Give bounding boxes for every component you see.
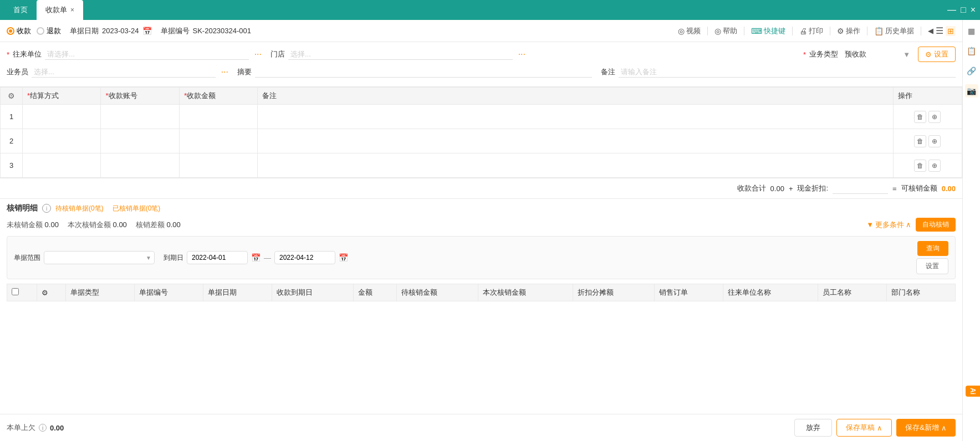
row-copy-btn-2[interactable]: ⊕ bbox=[928, 135, 941, 147]
pending-tab[interactable]: 待核销单据(0笔) bbox=[55, 204, 104, 213]
date-field: 单据日期 2023-03-24 📅 bbox=[70, 26, 152, 36]
main-table-container: ⚙ *结算方式 *收款账号 *收款金额 备注 操作 1 bbox=[0, 87, 962, 178]
discount-input[interactable] bbox=[833, 183, 888, 194]
done-tab[interactable]: 已核销单据(0笔) bbox=[113, 204, 161, 213]
info-icon[interactable]: i bbox=[42, 204, 51, 213]
bottom-header-row: ⚙ 单据类型 单据编号 单据日期 收款到期日 金额 待核销金额 本次核销金额 折… bbox=[7, 284, 956, 301]
arrow-left-icon[interactable]: ◀ bbox=[928, 27, 933, 35]
calendar-icon[interactable]: 📅 bbox=[142, 27, 152, 35]
stats-row: 未核销金额 0.00 本次核销金额 0.00 核销差额 0.00 ▼ 更多条件 … bbox=[7, 218, 956, 232]
operation-btn[interactable]: ⚙ 操作 bbox=[837, 26, 860, 36]
form-area: * 往来单位 ··· 门店 ··· * 业务类型 预收款 ▼ ⚙ bbox=[0, 42, 962, 87]
partner-input[interactable] bbox=[45, 49, 249, 60]
auto-reconcile-btn[interactable]: 自动核销 bbox=[916, 218, 956, 232]
sidebar-table-icon[interactable]: ▦ bbox=[965, 24, 978, 38]
balance-info-icon[interactable]: i bbox=[39, 424, 47, 432]
tab-close-icon[interactable]: × bbox=[70, 6, 74, 14]
shortcut-btn[interactable]: ⌨ 快捷键 bbox=[751, 26, 785, 36]
toolbar-right: ◎ 视频 ◎ 帮助 ⌨ 快捷键 🖨 打印 bbox=[678, 25, 956, 36]
biz-type-arrow-icon[interactable]: ▼ bbox=[903, 50, 910, 59]
th-settings[interactable]: ⚙ bbox=[1, 88, 23, 105]
close-window-icon[interactable]: × bbox=[971, 5, 976, 15]
store-input[interactable] bbox=[288, 49, 513, 60]
radio-receive[interactable]: 收款 bbox=[7, 26, 31, 36]
date-end-input[interactable] bbox=[274, 251, 335, 264]
staff-input[interactable] bbox=[32, 66, 216, 78]
filter-icon: ▼ bbox=[866, 221, 874, 229]
filter-row: 单据范围 ▼ 到期日 📅 — 📅 bbox=[7, 236, 956, 279]
bth-partner: 往来单位名称 bbox=[723, 284, 818, 301]
row-account-2[interactable] bbox=[101, 129, 179, 153]
row-account-1[interactable] bbox=[101, 105, 179, 129]
select-all-checkbox[interactable] bbox=[12, 288, 19, 295]
tab-home[interactable]: 首页 bbox=[4, 0, 37, 20]
row-payment-2[interactable] bbox=[23, 129, 101, 153]
bth-gear[interactable]: ⚙ bbox=[37, 284, 65, 301]
store-more-icon[interactable]: ··· bbox=[518, 49, 525, 59]
row-delete-btn-2[interactable]: 🗑 bbox=[914, 135, 926, 147]
radio-refund[interactable]: 退款 bbox=[37, 26, 61, 36]
row-payment-3[interactable] bbox=[23, 153, 101, 178]
divider2 bbox=[744, 27, 744, 35]
calendar-end-icon[interactable]: 📅 bbox=[339, 253, 348, 262]
query-button[interactable]: 查询 bbox=[917, 241, 948, 256]
row-amount-2[interactable] bbox=[179, 129, 257, 153]
sidebar-link-icon[interactable]: 🔗 bbox=[965, 64, 978, 78]
main-table: ⚙ *结算方式 *收款账号 *收款金额 备注 操作 1 bbox=[0, 87, 962, 178]
summary-input[interactable] bbox=[255, 66, 592, 78]
row-account-3[interactable] bbox=[101, 153, 179, 178]
calendar-start-icon[interactable]: 📅 bbox=[251, 253, 261, 262]
row-amount-1[interactable] bbox=[179, 105, 257, 129]
due-date-filter: 到期日 📅 — 📅 bbox=[164, 251, 348, 264]
save-new-button[interactable]: 保存&新增 ∧ bbox=[896, 419, 956, 437]
staff-more-icon[interactable]: ··· bbox=[221, 67, 228, 77]
unreconciled-stat: 未核销金额 0.00 bbox=[7, 220, 59, 230]
summary-field: 摘要 bbox=[237, 66, 592, 78]
print-btn[interactable]: 🖨 打印 bbox=[799, 26, 823, 36]
bth-amount: 金额 bbox=[354, 284, 396, 301]
range-select[interactable] bbox=[44, 251, 155, 264]
date-start-input[interactable] bbox=[187, 251, 248, 264]
more-filter-btn[interactable]: ▼ 更多条件 ∧ bbox=[866, 220, 911, 230]
tab-receipt[interactable]: 收款单 × bbox=[37, 0, 83, 20]
filter-right: ▼ 更多条件 ∧ 自动核销 bbox=[866, 218, 956, 232]
filter-setting-button[interactable]: 设置 bbox=[916, 258, 948, 274]
bth-check bbox=[7, 284, 37, 301]
footer: 本单上欠 i 0.00 放弃 保存草稿 ∧ 保存&新增 ∧ bbox=[0, 414, 962, 441]
print-icon: 🖨 bbox=[799, 27, 807, 35]
table-row: 1 🗑 ⊕ bbox=[1, 105, 962, 129]
sidebar-camera-icon[interactable]: 📷 bbox=[965, 84, 978, 98]
row-amount-3[interactable] bbox=[179, 153, 257, 178]
ai-badge[interactable]: Ai bbox=[966, 386, 980, 397]
row-delete-btn-1[interactable]: 🗑 bbox=[914, 111, 926, 123]
maximize-icon[interactable]: □ bbox=[961, 5, 966, 15]
bth-due-date: 收款到期日 bbox=[272, 284, 354, 301]
row-copy-btn-1[interactable]: ⊕ bbox=[928, 111, 941, 123]
abandon-button[interactable]: 放弃 bbox=[794, 419, 832, 437]
remark-input[interactable] bbox=[619, 66, 956, 78]
bottom-settings-icon[interactable]: ⚙ bbox=[42, 289, 48, 297]
list-view-icon[interactable]: ☰ bbox=[936, 25, 943, 36]
sidebar-doc-icon[interactable]: 📋 bbox=[965, 44, 978, 58]
grid-view-icon[interactable]: ⊞ bbox=[946, 26, 956, 36]
bth-doc-type: 单据类型 bbox=[66, 284, 135, 301]
section-title: 核销明细 i 待核销单据(0笔) 已核销单据(0笔) bbox=[7, 203, 956, 213]
row-payment-1[interactable] bbox=[23, 105, 101, 129]
settings-button[interactable]: ⚙ 设置 bbox=[918, 47, 956, 62]
save-draft-button[interactable]: 保存草稿 ∧ bbox=[836, 419, 892, 437]
row-remark-2[interactable] bbox=[258, 129, 893, 153]
row-remark-1[interactable] bbox=[258, 105, 893, 129]
video-btn[interactable]: ◎ 视频 bbox=[678, 26, 701, 36]
help-btn[interactable]: ◎ 帮助 bbox=[714, 26, 737, 36]
row-remark-3[interactable] bbox=[258, 153, 893, 178]
keyboard-icon: ⌨ bbox=[751, 27, 762, 35]
row-delete-btn-3[interactable]: 🗑 bbox=[914, 160, 926, 172]
minimize-icon[interactable]: — bbox=[947, 5, 956, 15]
partner-more-icon[interactable]: ··· bbox=[254, 49, 262, 59]
store-field: 门店 ··· bbox=[270, 49, 525, 60]
row-copy-btn-3[interactable]: ⊕ bbox=[928, 160, 941, 172]
table-settings-icon[interactable]: ⚙ bbox=[8, 91, 15, 100]
history-btn[interactable]: 📋 历史单据 bbox=[874, 26, 914, 36]
current-stat: 本次核销金额 0.00 bbox=[68, 220, 127, 230]
divider6 bbox=[921, 27, 921, 35]
